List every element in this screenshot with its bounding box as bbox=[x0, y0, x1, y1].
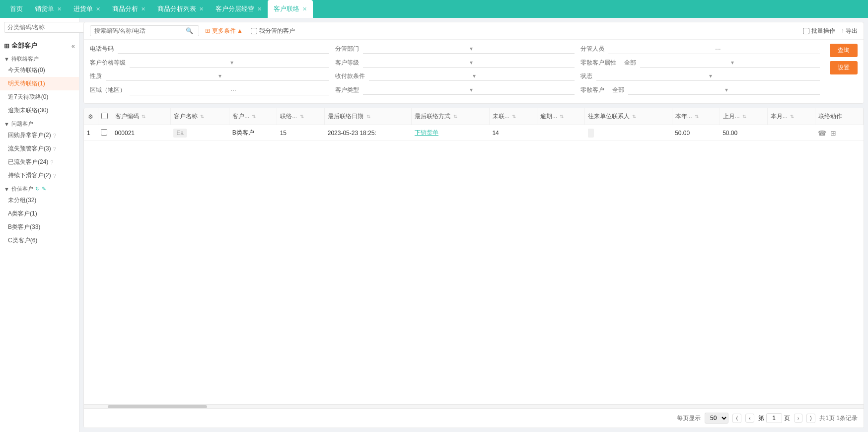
sort-last-month-icon[interactable]: ⇅ bbox=[742, 114, 746, 119]
top-right-actions: 批量操作 ↑ 导出 bbox=[803, 27, 858, 35]
page-size-select[interactable]: 50 bbox=[705, 413, 728, 424]
all-customers-title[interactable]: ⊞ 全部客户 « bbox=[0, 37, 79, 52]
filter-retail-customer: 零散客户 全部 ▾ bbox=[580, 85, 820, 95]
sort-code-icon[interactable]: ⇅ bbox=[142, 114, 145, 119]
row-last-contact-method[interactable]: 下销货单 bbox=[412, 125, 490, 141]
table-col-type: 客户... ⇅ bbox=[229, 108, 277, 125]
row-checkbox[interactable] bbox=[101, 129, 107, 136]
close-customer-segmentation-icon[interactable]: ✕ bbox=[257, 6, 262, 12]
filter-manager-select[interactable]: ··· bbox=[608, 44, 820, 54]
row-overdue bbox=[537, 125, 584, 141]
row-checkbox-cell[interactable] bbox=[98, 125, 112, 141]
table-col-checkbox[interactable] bbox=[98, 108, 112, 125]
nav-product-analysis-list[interactable]: 商品分析列表 ✕ bbox=[151, 0, 210, 18]
batch-op-checkbox[interactable] bbox=[803, 28, 809, 34]
filter-customer-level: 客户等级 ▾ bbox=[335, 58, 575, 68]
sort-year-icon[interactable]: ⇅ bbox=[695, 114, 699, 119]
filter-customer-level-select[interactable]: ▾ bbox=[363, 58, 575, 68]
export-button[interactable]: ↑ 导出 bbox=[841, 27, 858, 35]
sidebar-item-a-class[interactable]: A类客户(1) bbox=[0, 207, 79, 220]
filter-region-select[interactable]: ··· bbox=[130, 85, 329, 95]
sidebar-item-today-contact[interactable]: 今天待联络(0) bbox=[0, 64, 79, 77]
filter-retail-customer-select[interactable]: ▾ bbox=[628, 85, 820, 95]
settings-button[interactable]: 设置 bbox=[830, 61, 858, 74]
row-name: Ea bbox=[170, 125, 229, 141]
my-customers-checkbox-wrap[interactable]: 我分管的客户 bbox=[251, 27, 295, 35]
sidebar-content: ⊞ 全部客户 « ▼ 待联络客户 今天待联络(0) 明天待联络(1) 近7天待联… bbox=[0, 37, 79, 432]
page-number-input[interactable] bbox=[766, 413, 782, 423]
sidebar-item-ungrouped[interactable]: 未分组(32) bbox=[0, 194, 79, 207]
close-customer-contact-icon[interactable]: ✕ bbox=[302, 6, 307, 12]
refresh-icon[interactable]: ↻ bbox=[35, 186, 40, 192]
search-submit-icon[interactable]: 🔍 bbox=[186, 27, 193, 34]
section-pending-contact[interactable]: ▼ 待联络客户 bbox=[0, 52, 79, 64]
more-action-icon[interactable]: ⊞ bbox=[830, 129, 836, 137]
collapse-sidebar-icon[interactable]: « bbox=[72, 42, 75, 50]
select-all-checkbox[interactable] bbox=[101, 113, 108, 119]
filter-status-select[interactable]: ▾ bbox=[596, 72, 820, 81]
close-sales-order-icon[interactable]: ✕ bbox=[57, 6, 62, 12]
table-footer: 每页显示 50 ⟨ ‹ 第 页 › ⟩ 共1页 1条记录 bbox=[84, 408, 864, 428]
query-button[interactable]: 查询 bbox=[830, 44, 858, 57]
horizontal-scrollbar[interactable] bbox=[84, 404, 864, 408]
nav-home[interactable]: 首页 bbox=[4, 0, 29, 18]
filter-nature-select[interactable]: ▾ bbox=[106, 72, 329, 81]
prev-page-button[interactable]: ‹ bbox=[745, 414, 754, 423]
filter-dept-select[interactable]: ▾ bbox=[363, 44, 575, 54]
sort-contact-count-icon[interactable]: ⇅ bbox=[300, 114, 304, 119]
table-col-this-year: 本年... ⇅ bbox=[672, 108, 720, 125]
filter-price-level: 客户价格等级 ▾ bbox=[90, 58, 329, 68]
sidebar-item-lost-customers[interactable]: 已流失客户(24) ? bbox=[0, 155, 79, 169]
help-icon-1: ? bbox=[53, 133, 56, 139]
my-customers-checkbox[interactable] bbox=[251, 28, 257, 34]
sidebar-item-c-class[interactable]: C类客户(6) bbox=[0, 234, 79, 247]
last-page-button[interactable]: ⟩ bbox=[806, 414, 815, 423]
filter-retail-attr-select[interactable]: ▾ bbox=[640, 58, 820, 68]
sidebar-item-b-class[interactable]: B类客户(33) bbox=[0, 220, 79, 234]
sort-uncontacted-icon[interactable]: ⇅ bbox=[512, 114, 516, 119]
sidebar-item-overdue-contact[interactable]: 逾期未联络(30) bbox=[0, 104, 79, 117]
next-page-button[interactable]: › bbox=[794, 414, 803, 423]
more-conditions-button[interactable]: ⊞ 更多条件 ▲ bbox=[205, 27, 243, 35]
section-value-customers[interactable]: ▼ 价值客户 ↻ ✎ bbox=[0, 182, 79, 194]
sort-this-month-icon[interactable]: ⇅ bbox=[790, 114, 794, 119]
sidebar-item-lost-warning[interactable]: 流失预警客户(3) ? bbox=[0, 142, 79, 155]
sort-method-icon[interactable]: ⇅ bbox=[453, 114, 457, 119]
table-col-settings[interactable]: ⚙ bbox=[84, 108, 98, 125]
sidebar-search-input[interactable] bbox=[4, 22, 85, 33]
sort-type-icon[interactable]: ⇅ bbox=[252, 114, 256, 119]
caret-icon5: ▾ bbox=[218, 72, 327, 79]
nav-purchase-order[interactable]: 进货单 ✕ bbox=[68, 0, 106, 18]
customers-table: ⚙ 客户编码 ⇅ 客户名称 ⇅ bbox=[84, 108, 864, 141]
sort-overdue-icon[interactable]: ⇅ bbox=[560, 114, 564, 119]
contact-method-link[interactable]: 下销货单 bbox=[415, 129, 438, 136]
filter-phone-input[interactable] bbox=[118, 44, 329, 54]
filter-row-4: 区域（地区） ··· 客户类型 ▾ bbox=[90, 85, 820, 95]
first-page-button[interactable]: ⟨ bbox=[732, 414, 741, 423]
sort-name-icon[interactable]: ⇅ bbox=[200, 114, 204, 119]
sidebar-item-tomorrow-contact[interactable]: 明天待联络(1) bbox=[0, 77, 79, 90]
sidebar-item-7days-contact[interactable]: 近7天待联络(0) bbox=[0, 90, 79, 104]
filter-payment-select[interactable]: ▾ bbox=[369, 72, 575, 81]
section-problem-customers[interactable]: ▼ 问题客户 bbox=[0, 117, 79, 129]
close-product-analysis-list-icon[interactable]: ✕ bbox=[199, 6, 204, 12]
sort-last-date-icon[interactable]: ⇅ bbox=[366, 114, 370, 119]
scrollbar-thumb[interactable] bbox=[108, 405, 207, 408]
nav-customer-segmentation[interactable]: 客户分层经营 ✕ bbox=[210, 0, 268, 18]
sort-person-icon[interactable]: ⇅ bbox=[632, 114, 636, 119]
search-input[interactable] bbox=[94, 27, 184, 34]
filter-customer-type-select[interactable]: ▾ bbox=[363, 85, 575, 95]
total-label: 共1页 1条记录 bbox=[819, 414, 858, 423]
sidebar-item-abnormal-repurchase[interactable]: 回购异常客户(2) ? bbox=[0, 129, 79, 142]
sidebar-item-declining-customers[interactable]: 持续下滑客户(2) ? bbox=[0, 169, 79, 182]
close-purchase-order-icon[interactable]: ✕ bbox=[96, 6, 100, 12]
nav-product-analysis[interactable]: 商品分析 ✕ bbox=[106, 0, 151, 18]
filter-price-level-select[interactable]: ▾ bbox=[130, 58, 329, 68]
nav-customer-contact[interactable]: 客户联络 ✕ bbox=[268, 0, 313, 18]
edit-icon[interactable]: ✎ bbox=[42, 186, 46, 192]
nav-sales-order[interactable]: 销货单 ✕ bbox=[29, 0, 68, 18]
batch-op-button[interactable]: 批量操作 bbox=[803, 27, 835, 35]
filter-nature: 性质 ▾ bbox=[90, 72, 329, 81]
call-icon[interactable]: ☎ bbox=[818, 129, 826, 137]
close-product-analysis-icon[interactable]: ✕ bbox=[141, 6, 145, 12]
